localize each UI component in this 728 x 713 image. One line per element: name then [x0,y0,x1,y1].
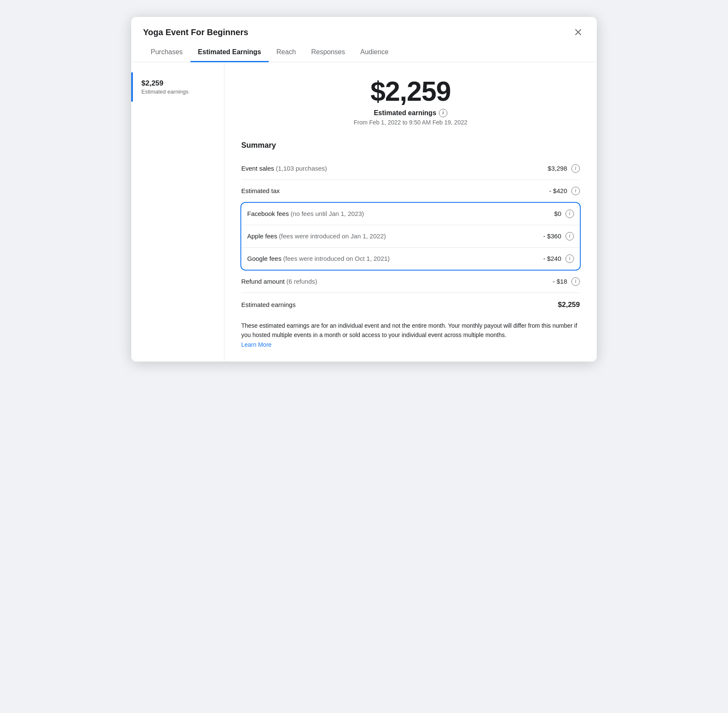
refund-row: Refund amount (6 refunds) - $18 i [241,271,580,293]
facebook-fees-label: Facebook fees (no fees until Jan 1, 2023… [247,210,364,217]
close-icon [574,28,582,36]
big-amount-value: $2,259 [241,76,580,107]
modal-header: Yoga Event For Beginners [131,17,597,39]
event-sales-label: Event sales (1,103 purchases) [241,165,327,172]
main-content: $2,259 Estimated earnings i From Feb 1, … [224,62,597,362]
sidebar-item: $2,259 Estimated earnings [131,72,224,102]
apple-fees-label: Apple fees (fees were introduced on Jan … [247,232,386,240]
google-fees-value: - $240 i [543,254,574,263]
sidebar-label: Estimated earnings [141,88,215,95]
facebook-fees-value: $0 i [554,210,574,218]
modal-title: Yoga Event For Beginners [143,28,248,37]
tab-reach[interactable]: Reach [269,42,303,62]
summary-section: Summary Event sales (1,103 purchases) $3… [241,141,580,348]
refund-info-icon[interactable]: i [571,277,580,286]
sidebar: $2,259 Estimated earnings [131,62,224,362]
highlighted-fees-box: Facebook fees (no fees until Jan 1, 2023… [240,202,581,271]
sidebar-value: $2,259 [141,79,215,88]
event-sales-row: Event sales (1,103 purchases) $3,298 i [241,158,580,180]
big-amount-info-icon[interactable]: i [439,109,447,117]
refund-label: Refund amount (6 refunds) [241,278,317,285]
refund-value: - $18 i [553,277,580,286]
rows-above-box: Event sales (1,103 purchases) $3,298 i E… [241,158,580,202]
tab-audience[interactable]: Audience [353,42,396,62]
big-amount-date: From Feb 1, 2022 to 9:50 AM Feb 19, 2022 [241,119,580,126]
big-amount-label: Estimated earnings i [241,109,580,117]
facebook-fees-info-icon[interactable]: i [565,210,574,218]
estimated-tax-row: Estimated tax - $420 i [241,180,580,202]
summary-title: Summary [241,141,580,150]
estimated-tax-value: - $420 i [549,187,580,195]
close-button[interactable] [571,25,585,39]
content-area: $2,259 Estimated earnings $2,259 Estimat… [131,62,597,362]
estimated-tax-label: Estimated tax [241,187,280,194]
tab-purchases[interactable]: Purchases [143,42,190,62]
estimated-tax-info-icon[interactable]: i [571,187,580,195]
disclaimer-text: These estimated earnings are for an indi… [241,321,580,340]
tab-estimated-earnings[interactable]: Estimated Earnings [190,42,269,62]
google-fees-label: Google fees (fees were introduced on Oct… [247,255,390,262]
apple-fees-value: - $360 i [543,232,574,240]
total-label: Estimated earnings [241,301,295,308]
google-fees-info-icon[interactable]: i [565,254,574,263]
facebook-fees-row: Facebook fees (no fees until Jan 1, 2023… [241,203,580,225]
apple-fees-info-icon[interactable]: i [565,232,574,240]
total-value: $2,259 [558,301,580,309]
event-sales-value: $3,298 i [548,164,580,173]
apple-fees-row: Apple fees (fees were introduced on Jan … [241,225,580,248]
modal: Yoga Event For Beginners Purchases Estim… [131,17,597,362]
google-fees-row: Google fees (fees were introduced on Oct… [241,248,580,270]
event-sales-info-icon[interactable]: i [571,164,580,173]
tabs-bar: Purchases Estimated Earnings Reach Respo… [131,42,597,62]
tab-responses[interactable]: Responses [303,42,353,62]
learn-more-link[interactable]: Learn More [241,341,580,348]
total-row: Estimated earnings $2,259 [241,293,580,312]
big-amount-section: $2,259 Estimated earnings i From Feb 1, … [241,76,580,126]
